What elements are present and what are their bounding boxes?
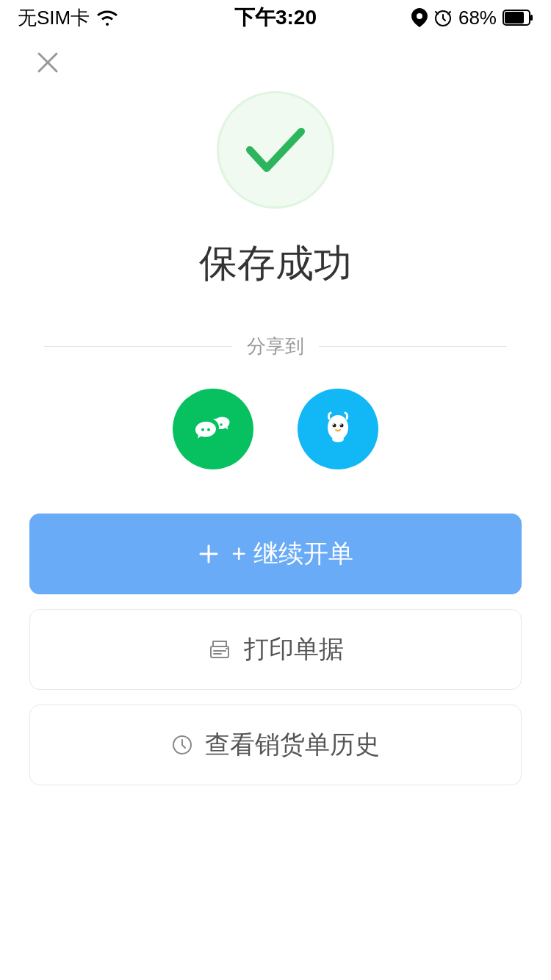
- continue-button-label: + 继续开单: [231, 537, 353, 571]
- svg-point-10: [220, 423, 223, 426]
- action-buttons: + 继续开单 打印单据 查看销: [0, 514, 551, 785]
- svg-point-14: [340, 424, 344, 428]
- location-icon: [411, 8, 428, 27]
- close-button[interactable]: [29, 44, 66, 81]
- svg-rect-22: [213, 653, 222, 655]
- divider-line-left: [44, 346, 232, 347]
- wifi-icon: [96, 9, 119, 26]
- svg-point-11: [328, 415, 348, 440]
- checkmark-icon: [246, 128, 305, 172]
- svg-rect-23: [226, 648, 228, 649]
- history-button-label: 查看销货单历史: [205, 728, 380, 762]
- print-button-label: 打印单据: [244, 633, 344, 666]
- share-icons-row: [173, 389, 378, 469]
- svg-point-16: [340, 424, 342, 425]
- divider-line-right: [319, 346, 507, 347]
- printer-icon: [207, 638, 232, 660]
- history-button[interactable]: 查看销货单历史: [29, 705, 522, 785]
- main-content: 保存成功 分享到: [0, 32, 551, 980]
- wechat-icon: [190, 406, 237, 453]
- status-time: 下午3:20: [234, 4, 317, 32]
- qq-icon: [314, 406, 361, 453]
- share-divider: 分享到: [0, 334, 551, 359]
- wechat-share-button[interactable]: [173, 389, 253, 469]
- svg-point-7: [201, 428, 204, 431]
- continue-button[interactable]: + 继续开单: [29, 514, 522, 594]
- battery-percentage: 68%: [458, 7, 497, 29]
- success-icon-circle: [217, 91, 334, 209]
- svg-point-8: [207, 428, 210, 431]
- alarm-icon: [433, 8, 453, 27]
- svg-rect-3: [530, 15, 533, 21]
- status-bar: 无SIM卡 下午3:20 68%: [0, 0, 551, 32]
- print-button[interactable]: 打印单据: [29, 609, 522, 690]
- svg-point-13: [333, 424, 336, 428]
- svg-point-9: [215, 423, 217, 426]
- svg-point-15: [333, 424, 334, 425]
- svg-rect-2: [505, 12, 524, 24]
- plus-icon: [198, 543, 220, 565]
- svg-rect-21: [213, 650, 226, 652]
- success-title: 保存成功: [199, 238, 352, 289]
- status-right-icons: 68%: [411, 7, 533, 29]
- svg-point-17: [333, 437, 343, 442]
- share-divider-text: 分享到: [247, 334, 304, 359]
- qq-share-button[interactable]: [298, 389, 378, 469]
- clock-icon: [171, 734, 193, 756]
- status-carrier: 无SIM卡: [18, 5, 119, 31]
- battery-icon: [503, 10, 533, 26]
- share-section: 分享到: [0, 334, 551, 469]
